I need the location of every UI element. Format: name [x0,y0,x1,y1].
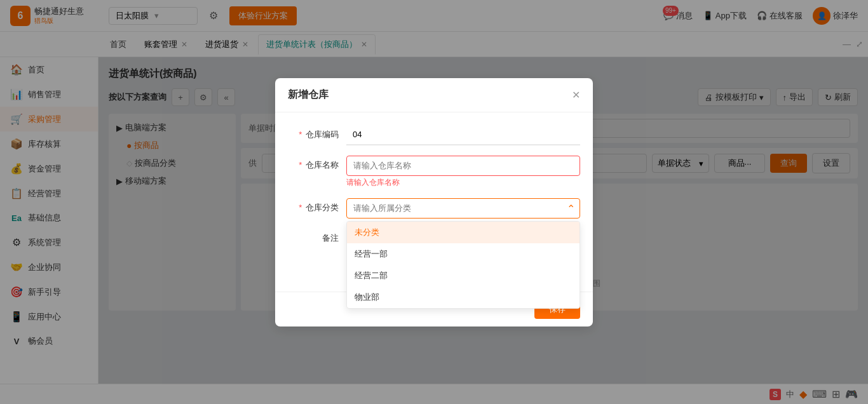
note-label-text: 备注 [322,233,339,243]
warehouse-category-row: * 仓库分类 ⌃ 未分类 经营一部 经营二部 物业部 [288,198,580,219]
warehouse-name-error: 请输入仓库名称 [346,177,580,188]
warehouse-code-row: * 仓库编码 [288,125,580,145]
warehouse-note-label: 备注 [288,229,339,244]
warehouse-name-input[interactable] [346,156,580,176]
category-dropdown-menu: 未分类 经营一部 经营二部 物业部 [346,221,580,309]
warehouse-category-label: * 仓库分类 [288,198,339,213]
code-label-text: 仓库编码 [306,130,339,139]
modal-close-btn[interactable]: ✕ [572,89,580,101]
modal-header: 新增仓库 ✕ [275,78,593,112]
warehouse-code-label: * 仓库编码 [288,125,339,140]
category-option-dept3[interactable]: 物业部 [347,286,580,308]
modal-overlay: 新增仓库 ✕ * 仓库编码 * 仓库名称 [0,0,868,404]
modal-title: 新增仓库 [288,88,329,102]
cat-label-text: 仓库分类 [306,203,339,212]
warehouse-name-label: * 仓库名称 [288,156,339,171]
modal-body: * 仓库编码 * 仓库名称 请输入仓库名称 [275,112,593,292]
warehouse-category-input[interactable] [346,198,580,219]
category-option-dept2[interactable]: 经营二部 [347,265,580,286]
new-warehouse-modal: 新增仓库 ✕ * 仓库编码 * 仓库名称 [275,78,593,327]
warehouse-code-input[interactable] [346,125,580,145]
name-required-mark: * [299,160,302,170]
required-mark: * [299,130,302,139]
category-dropdown-arrow-icon[interactable]: ⌃ [567,202,575,214]
warehouse-category-control: ⌃ 未分类 经营一部 经营二部 物业部 [346,198,580,219]
cat-required-mark: * [299,203,302,212]
category-option-uncategorized[interactable]: 未分类 [347,222,580,243]
warehouse-name-row: * 仓库名称 请输入仓库名称 [288,156,580,188]
category-option-dept1[interactable]: 经营一部 [347,243,580,265]
warehouse-name-control: 请输入仓库名称 [346,156,580,188]
name-label-text: 仓库名称 [306,160,339,170]
warehouse-code-control [346,125,580,145]
